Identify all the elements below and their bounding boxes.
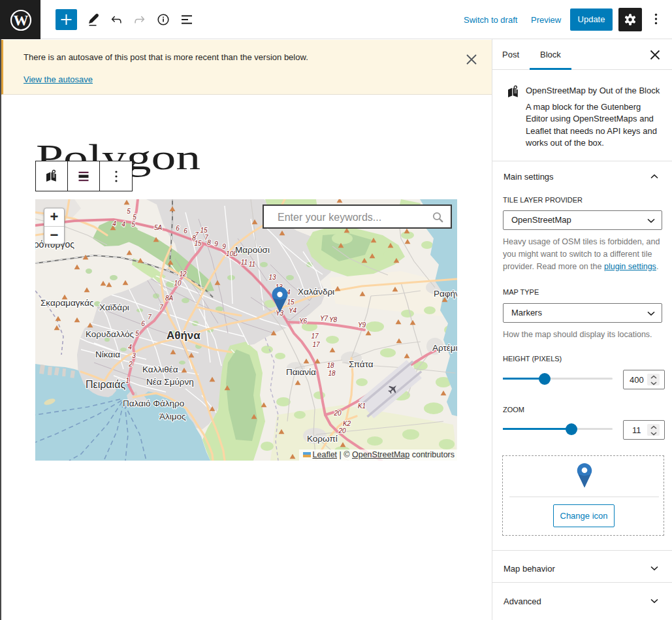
svg-text:Καλλιθέα: Καλλιθέα [142,365,178,374]
svg-text:Παιανία: Παιανία [286,367,316,377]
svg-text:Νέα Σμύρνη: Νέα Σμύρνη [146,377,194,387]
svg-text:4: 4 [112,220,116,227]
svg-text:Σπάτα: Σπάτα [349,359,374,369]
svg-text:7: 7 [159,304,163,311]
svg-text:Πειραιάς: Πειραιάς [86,379,125,390]
svg-text:Ραφήνα: Ραφήνα [434,289,457,299]
svg-text:3: 3 [132,352,136,359]
svg-text:K2: K2 [343,420,351,427]
svg-text:17: 17 [311,333,319,340]
svg-text:5: 5 [127,208,131,215]
svg-text:4: 4 [128,344,132,351]
svg-text:5: 5 [135,330,139,337]
svg-text:15: 15 [287,299,295,306]
svg-text:Y6: Y6 [299,318,308,325]
svg-text:Αθήνα: Αθήνα [167,329,200,342]
svg-text:20: 20 [338,427,346,434]
svg-text:Κορωπί: Κορωπί [307,434,338,444]
svg-text:13: 13 [268,274,276,281]
svg-text:6: 6 [141,320,145,327]
svg-text:18: 18 [327,362,334,369]
svg-text:Μαρούσι: Μαρούσι [235,245,270,255]
svg-text:20: 20 [333,410,342,417]
svg-text:8: 8 [192,235,196,242]
svg-text:Νίκαια: Νίκαια [95,350,120,359]
svg-text:5A: 5A [154,224,163,231]
svg-text:Χαϊδάρι: Χαϊδάρι [99,302,129,312]
svg-text:W: W [14,12,29,29]
svg-text:18: 18 [328,370,336,377]
svg-text:Y7: Y7 [320,315,328,322]
svg-text:4: 4 [121,221,125,228]
svg-text:17: 17 [312,341,320,348]
svg-text:2: 2 [128,361,133,368]
svg-text:11: 11 [249,261,255,268]
svg-text:8A: 8A [165,295,174,302]
svg-text:5: 5 [133,214,136,221]
svg-text:1: 1 [125,377,129,384]
svg-text:Κορυδαλλός: Κορυδαλλός [86,329,135,339]
svg-text:Y9: Y9 [358,321,366,329]
svg-text:6: 6 [176,225,180,232]
svg-text:15: 15 [200,227,208,234]
svg-text:6: 6 [184,227,187,235]
svg-text:9: 9 [222,243,226,250]
svg-text:7: 7 [148,314,152,321]
svg-text:9: 9 [214,240,218,248]
svg-text:Άλιμος: Άλιμος [159,412,186,421]
svg-text:11: 11 [241,259,248,266]
svg-text:Y8: Y8 [329,316,338,323]
svg-text:12: 12 [179,270,187,278]
svg-text:Y4: Y4 [289,307,297,314]
svg-text:Σκαραμαγκάς: Σκαραμαγκάς [40,298,94,308]
svg-text:8: 8 [207,239,211,246]
svg-text:K1: K1 [358,402,366,410]
svg-text:10: 10 [174,280,182,287]
svg-text:Χαλάνδρι: Χαλάνδρι [298,287,334,297]
svg-text:Παλαιό Φάληρο: Παλαιό Φάληρο [123,399,184,408]
svg-text:5: 5 [131,221,135,228]
svg-text:Αρτέμιδα: Αρτέμιδα [432,343,457,353]
